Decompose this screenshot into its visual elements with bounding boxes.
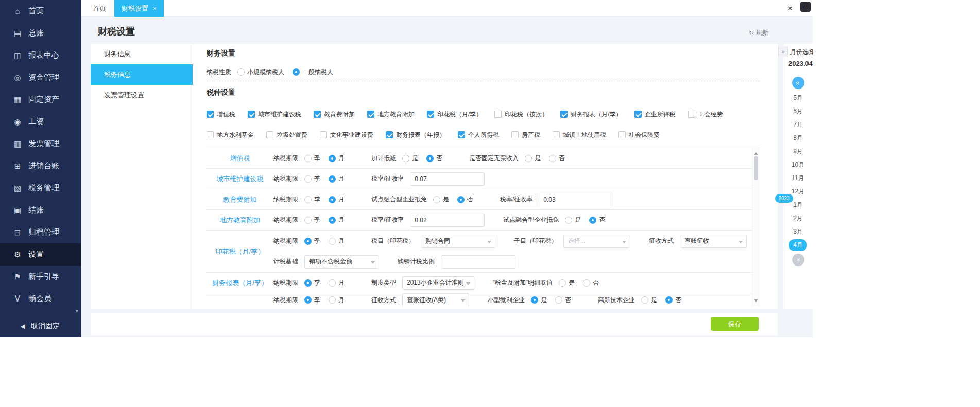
radio-option[interactable]: 否 — [555, 296, 571, 305]
scroll-down-icon[interactable] — [754, 299, 758, 304]
radio-option[interactable]: 季 — [304, 296, 320, 305]
tax-type-checkbox[interactable]: 财务报表（月/季） — [560, 110, 622, 119]
sidebar-item-salary[interactable]: ◉工资 — [0, 111, 81, 133]
sidebar-item-tax[interactable]: ▧税务管理 — [0, 177, 81, 199]
tab-tax-settings[interactable]: 财税设置× — [114, 0, 164, 17]
radio-option[interactable]: 月 — [329, 154, 345, 163]
collection-method-select[interactable]: 查账征收(A类) — [402, 293, 469, 306]
month-item[interactable]: 4月 — [783, 238, 813, 252]
close-icon[interactable]: × — [788, 4, 793, 13]
rate-input[interactable]: 0.07 — [410, 172, 485, 186]
sidebar-item-home[interactable]: ⌂首页 — [0, 0, 81, 22]
sidebar-item-member[interactable]: Ⅴ畅会员 — [0, 288, 81, 310]
radio-option[interactable]: 否 — [665, 296, 681, 305]
radio-option[interactable]: 季 — [304, 195, 320, 204]
tax-type-checkbox[interactable]: 个人所得税 — [458, 131, 499, 139]
radio-option[interactable]: 月 — [329, 237, 345, 245]
tax-basis-select[interactable]: 销项不含税金额 — [304, 255, 379, 269]
tax-type-checkbox[interactable]: 社会保险费 — [618, 131, 660, 139]
sidebar-item-fixed-assets[interactable]: ▦固定资产 — [0, 89, 81, 111]
submenu-finance-info[interactable]: 财务信息 — [91, 44, 193, 64]
radio-option[interactable]: 是 — [559, 278, 575, 287]
sidebar-item-inventory-ledger[interactable]: ⊞进销台账 — [0, 155, 81, 177]
month-item[interactable]: 8月 — [783, 131, 813, 145]
radio-option-small-scale[interactable]: 小规模纳税人 — [237, 68, 284, 77]
radio-option[interactable]: 季 — [304, 278, 320, 287]
radio-option[interactable]: 是 — [402, 154, 418, 163]
tax-type-checkbox[interactable]: 垃圾处置费 — [266, 131, 307, 139]
radio-option[interactable]: 否 — [589, 216, 605, 224]
radio-option[interactable]: 否 — [457, 195, 473, 204]
tax-type-checkbox[interactable]: 企业所得税 — [634, 110, 676, 119]
tax-type-checkbox[interactable]: 教育费附加 — [314, 110, 355, 119]
radio-option[interactable]: 是 — [565, 216, 581, 224]
radio-option[interactable]: 月 — [329, 296, 345, 305]
sidebar-item-guide[interactable]: ⚑新手引导 — [0, 266, 81, 288]
table-scrollbar[interactable] — [752, 148, 760, 306]
radio-option[interactable]: 是 — [531, 296, 547, 305]
month-item[interactable]: 10月 — [783, 158, 813, 171]
month-scroll-up-button[interactable]: « — [792, 77, 804, 89]
scroll-up-icon[interactable] — [754, 150, 758, 155]
tax-type-checkbox[interactable]: 地方水利基金 — [207, 131, 254, 139]
tax-type-checkbox[interactable]: 增值税 — [207, 110, 235, 119]
sidebar-item-archive[interactable]: ⊟归档管理 — [0, 221, 81, 243]
panel-collapse-icon[interactable]: » — [778, 46, 788, 57]
radio-option[interactable]: 否 — [583, 278, 599, 287]
sidebar-item-invoice[interactable]: ▥发票管理 — [0, 133, 81, 155]
tax-type-checkbox[interactable]: 印花税（按次） — [494, 110, 548, 119]
radio-option-general-taxpayer[interactable]: 一般纳税人 — [293, 68, 333, 77]
radio-option[interactable]: 否 — [549, 154, 565, 163]
tax-type-checkbox[interactable]: 城镇土地使用税 — [553, 131, 606, 139]
sidebar-item-settings[interactable]: ⚙设置 — [0, 243, 81, 266]
month-item[interactable]: 5月 — [783, 91, 813, 104]
radio-option[interactable]: 是 — [641, 296, 657, 305]
radio-option[interactable]: 是 — [433, 195, 449, 204]
tax-type-checkbox[interactable]: 文化事业建设费 — [320, 131, 373, 139]
month-item[interactable]: 7月 — [783, 118, 813, 131]
tax-type-checkbox[interactable]: 地方教育附加 — [367, 110, 415, 119]
sub-item-select[interactable]: 选择... — [563, 235, 630, 248]
month-item[interactable]: 9月 — [783, 145, 813, 158]
radio-option[interactable]: 季 — [304, 154, 320, 163]
tax-type-checkbox[interactable]: 房产税 — [511, 131, 540, 139]
sidebar-item-report-center[interactable]: ◫报表中心 — [0, 44, 81, 66]
radio-option[interactable]: 月 — [329, 195, 345, 204]
radio-option[interactable]: 月 — [329, 216, 345, 224]
month-item[interactable]: 2月 — [783, 211, 813, 225]
radio-option[interactable]: 季 — [304, 237, 320, 245]
sidebar-item-general-ledger[interactable]: ▤总账 — [0, 22, 81, 44]
radio-option[interactable]: 是 — [525, 154, 541, 163]
scrollbar-thumb[interactable] — [754, 156, 758, 180]
month-scroll-down-button[interactable]: « — [792, 254, 804, 266]
sidebar-item-funds[interactable]: ◎资金管理 — [0, 66, 81, 89]
month-item[interactable]: 3月 — [783, 225, 813, 238]
save-button[interactable]: 保存 — [711, 317, 759, 331]
unpin-button[interactable]: ◀取消固定 — [0, 319, 81, 333]
submenu-invoice-settings[interactable]: 发票管理设置 — [91, 85, 193, 105]
rate-input[interactable]: 0.02 — [410, 214, 485, 227]
tax-type-checkbox[interactable]: 印花税（月/季） — [427, 110, 482, 119]
month-item[interactable]: 6月 — [783, 104, 813, 118]
tax-type-checkbox[interactable]: 财务报表（年报） — [386, 131, 445, 139]
sidebar-scroll-down-icon[interactable]: ▾ — [75, 308, 78, 314]
tab-close-icon[interactable]: × — [153, 5, 157, 12]
collection-method-select[interactable]: 查账征收 — [680, 235, 747, 248]
radio-option[interactable]: 否 — [426, 154, 442, 163]
radio-option[interactable]: 月 — [329, 278, 345, 287]
rate-input[interactable]: 0.03 — [539, 193, 613, 206]
radio-option[interactable]: 季 — [304, 174, 320, 183]
ratio-input[interactable] — [441, 255, 515, 269]
sidebar-item-closing[interactable]: ▣结账 — [0, 199, 81, 221]
tab-home[interactable]: 首页 — [87, 0, 112, 17]
submenu-tax-info[interactable]: 税务信息 — [91, 64, 193, 85]
refresh-button[interactable]: ↻刷新 — [749, 28, 768, 37]
radio-option[interactable]: 月 — [329, 174, 345, 183]
assistant-widget-icon[interactable]: ≡ — [800, 2, 811, 12]
tax-item-select[interactable]: 购销合同 — [421, 235, 495, 248]
system-type-select[interactable]: 2013小企业会计准则 — [402, 276, 474, 290]
tax-type-checkbox[interactable]: 工会经费 — [688, 110, 723, 119]
radio-option[interactable]: 季 — [304, 216, 320, 224]
tax-type-checkbox[interactable]: 城市维护建设税 — [248, 110, 301, 119]
month-item[interactable]: 11月 — [783, 171, 813, 185]
